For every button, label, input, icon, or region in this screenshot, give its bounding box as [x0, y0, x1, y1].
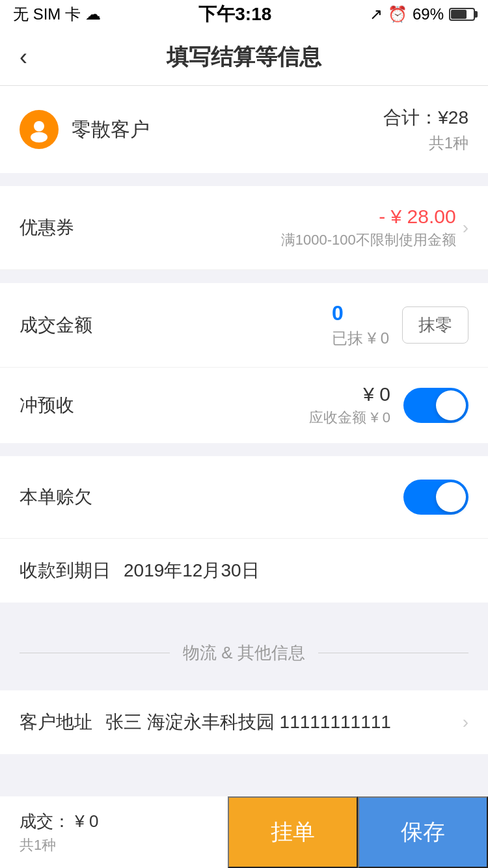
bottom-info: 成交： ¥ 0 共1种 [0, 810, 228, 855]
coupon-desc: 满1000-100不限制使用金额 [281, 230, 456, 250]
bottom-deal-amount: 成交： ¥ 0 [20, 810, 208, 833]
alarm-icon: ⏰ [388, 5, 407, 23]
precollect-toggle-knob [436, 390, 466, 420]
logistics-title: 物流 & 其他信息 [183, 642, 305, 664]
precollect-toggle[interactable] [403, 388, 468, 423]
deal-amount-label: 成交金额 [20, 313, 92, 338]
debt-section: 本单赊欠 收款到期日 2019年12月30日 [0, 456, 488, 603]
coupon-label: 优惠券 [20, 215, 74, 240]
customer-name: 零散客户 [72, 116, 150, 143]
bottom-count: 共1种 [20, 835, 208, 855]
address-row[interactable]: 客户地址 张三 海淀永丰科技园 11111111111 › [0, 690, 488, 754]
status-right: ↗ ⏰ 69% [370, 5, 475, 23]
coupon-row[interactable]: 优惠券 - ¥ 28.00 满1000-100不限制使用金额 › [0, 186, 488, 270]
svg-point-1 [31, 132, 47, 142]
signal-text: 无 SIM 卡 ☁ [13, 4, 101, 25]
round-off-button[interactable]: 抹零 [402, 306, 468, 344]
duedate-row: 收款到期日 2019年12月30日 [0, 538, 488, 603]
logistics-divider-right [318, 653, 468, 653]
total-amount: 合计：¥28 [383, 105, 468, 130]
customer-right: 合计：¥28 共1种 [383, 105, 468, 154]
deal-amount-sub: 已抹 ¥ 0 [332, 328, 389, 349]
location-icon: ↗ [370, 5, 383, 23]
bottom-bar: 成交： ¥ 0 共1种 挂单 保存 [0, 796, 488, 868]
address-chevron-icon: › [463, 712, 468, 733]
battery-percent: 69% [413, 5, 444, 23]
deal-section: 成交金额 0 已抹 ¥ 0 抹零 冲预收 ¥ 0 应收金额 ¥ 0 [0, 283, 488, 443]
customer-left: 零散客户 [20, 110, 150, 149]
debt-row: 本单赊欠 [0, 456, 488, 538]
precollect-label: 冲预收 [20, 393, 74, 418]
precollect-amount: ¥ 0 应收金额 ¥ 0 [309, 383, 390, 427]
precollect-sub: 应收金额 ¥ 0 [309, 408, 390, 427]
nav-bar: ‹ 填写结算等信息 [0, 29, 488, 86]
duedate-label: 收款到期日 [20, 558, 111, 583]
precollect-row: 冲预收 ¥ 0 应收金额 ¥ 0 [0, 367, 488, 443]
hold-order-button[interactable]: 挂单 [228, 796, 358, 868]
debt-label: 本单赊欠 [20, 485, 92, 509]
deal-amount-value[interactable]: 0 [332, 301, 389, 325]
address-value: 张三 海淀永丰科技园 11111111111 [105, 710, 463, 735]
back-button[interactable]: ‹ [20, 44, 27, 71]
precollect-value: ¥ 0 [309, 383, 390, 405]
coupon-right: - ¥ 28.00 满1000-100不限制使用金额 › [281, 206, 468, 250]
address-section: 客户地址 张三 海淀永丰科技园 11111111111 › [0, 690, 488, 754]
logistics-divider-left [20, 653, 170, 653]
address-label: 客户地址 [20, 710, 92, 735]
debt-toggle-knob [436, 482, 466, 512]
svg-point-0 [34, 121, 44, 131]
coupon-chevron-icon: › [463, 217, 468, 238]
deal-amount-row: 成交金额 0 已抹 ¥ 0 抹零 [0, 283, 488, 367]
avatar [20, 110, 59, 149]
precollect-right: ¥ 0 应收金额 ¥ 0 [309, 383, 468, 427]
logistics-label-bar: 物流 & 其他信息 [0, 629, 488, 677]
status-time: 下午3:18 [198, 2, 271, 27]
customer-row: 零散客户 合计：¥28 共1种 [0, 86, 488, 173]
content-area: 零散客户 合计：¥28 共1种 优惠券 - ¥ 28.00 满1000-100不… [0, 86, 488, 845]
page-title: 填写结算等信息 [167, 42, 321, 72]
status-bar: 无 SIM 卡 ☁ 下午3:18 ↗ ⏰ 69% [0, 0, 488, 29]
deal-amount-right: 0 已抹 ¥ 0 抹零 [332, 301, 468, 349]
coupon-discount: - ¥ 28.00 [281, 206, 456, 228]
duedate-value: 2019年12月30日 [124, 558, 260, 583]
status-left: 无 SIM 卡 ☁ [13, 4, 101, 25]
coupon-right-text: - ¥ 28.00 满1000-100不限制使用金额 [281, 206, 456, 250]
debt-toggle[interactable] [403, 480, 468, 515]
total-count: 共1种 [383, 133, 468, 154]
save-button[interactable]: 保存 [358, 796, 488, 868]
battery-icon [449, 8, 475, 21]
logistics-divider-section: 物流 & 其他信息 [0, 616, 488, 690]
